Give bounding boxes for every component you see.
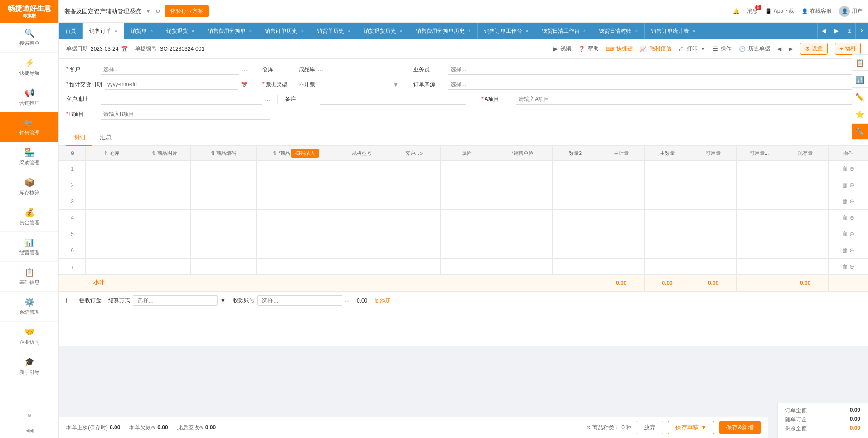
cell-spec[interactable]: [335, 177, 388, 193]
float-edit-btn[interactable]: ✏️: [852, 89, 868, 105]
address-expand[interactable]: ···: [265, 96, 270, 103]
copy-icon[interactable]: ⊕: [849, 214, 854, 221]
sidebar-item-sales[interactable]: 🛒 销售管理: [0, 112, 58, 142]
cell-main-unit[interactable]: [598, 161, 645, 177]
notes-input[interactable]: [320, 94, 466, 105]
tab-close[interactable]: ×: [468, 29, 471, 34]
tab-daily-workbench[interactable]: 钱货日清工作台 ×: [535, 23, 593, 39]
tab-close[interactable]: ×: [583, 29, 586, 34]
cell-available[interactable]: [690, 177, 737, 193]
copy-icon[interactable]: ⊕: [849, 263, 854, 270]
tab-close[interactable]: ×: [400, 29, 402, 34]
expected-date-input[interactable]: [105, 79, 238, 90]
col-settings[interactable]: ⚙: [59, 146, 86, 161]
delete-icon[interactable]: 🗑: [842, 198, 848, 205]
cell-warehouse[interactable]: [86, 177, 138, 193]
copy-icon[interactable]: ⊕: [849, 231, 854, 237]
cell-sales-unit[interactable]: [493, 161, 553, 177]
sidebar-item-purchase[interactable]: 🏪 采购管理: [0, 142, 58, 172]
sidebar-collapse[interactable]: ◀◀: [0, 423, 58, 438]
cell-image[interactable]: [138, 161, 191, 177]
cell-code[interactable]: [191, 177, 257, 193]
online-service-btn[interactable]: 👤 在线客服: [801, 7, 832, 15]
sidebar-item-quick-nav[interactable]: ⚡ 快捷导航: [0, 53, 58, 82]
cell-spec[interactable]: [335, 161, 388, 177]
cell-attribute[interactable]: [441, 161, 493, 177]
copy-icon[interactable]: ⊕: [849, 165, 854, 172]
calendar-icon[interactable]: 📅: [121, 46, 128, 52]
tab-close[interactable]: ×: [301, 29, 304, 34]
tab-summary[interactable]: 汇总: [92, 130, 119, 146]
tab-workbench[interactable]: 销售订单工作台 ×: [478, 23, 535, 39]
tab-sales-order-history[interactable]: 销售订单历史 ×: [258, 23, 310, 39]
staff-input[interactable]: [448, 64, 853, 75]
print-btn[interactable]: 🖨 打印 ▼: [679, 45, 706, 53]
float-clipboard-btn[interactable]: 📋: [852, 54, 868, 71]
user-area[interactable]: 👤 用户: [839, 6, 863, 17]
save-draft-btn[interactable]: 保存草稿 ▼: [668, 421, 714, 434]
cell-product[interactable]: [257, 177, 335, 193]
tab-close[interactable]: ×: [150, 29, 153, 34]
prev-record-btn[interactable]: ◀: [777, 46, 781, 52]
payment-dropdown[interactable]: ▼: [220, 298, 226, 304]
tab-close[interactable]: ×: [192, 29, 194, 34]
cell-available2[interactable]: [736, 161, 782, 177]
solution-btn[interactable]: 体验行业方案: [165, 5, 209, 17]
customer-expand[interactable]: ···: [242, 66, 247, 73]
sidebar-item-guide[interactable]: 🎓 新手引导: [0, 351, 58, 381]
sidebar-item-basic-info[interactable]: 📋 基础信息: [0, 262, 58, 292]
delete-icon[interactable]: 🗑: [842, 247, 848, 254]
cell-qty2[interactable]: [552, 161, 598, 177]
b-project-input[interactable]: [101, 109, 270, 120]
save-draft-dropdown[interactable]: ▼: [701, 424, 707, 431]
add-btn[interactable]: ⊕ 添加: [374, 297, 391, 304]
history-btn[interactable]: 🕒 历史单据: [739, 45, 770, 53]
tab-close[interactable]: ×: [249, 29, 252, 34]
sidebar-item-search[interactable]: 🔍 搜索菜单: [0, 23, 58, 53]
copy-icon[interactable]: ⊕: [849, 247, 854, 254]
float-star-btn[interactable]: ⭐: [852, 106, 868, 122]
tab-sales-invoice[interactable]: 销货单 ×: [124, 23, 160, 39]
print-dropdown[interactable]: ▼: [700, 46, 706, 52]
float-tool-btn[interactable]: 🔧: [852, 123, 868, 140]
payment-method-input[interactable]: [133, 295, 218, 306]
delete-icon[interactable]: 🗑: [842, 182, 848, 188]
table-scroll-area[interactable]: ⚙ ⇅ 仓库 ⇅ 商品图片 ⇅ 商品编码 ⇅ *商品 扫码录入: [59, 146, 868, 291]
cell-stock[interactable]: [782, 177, 829, 193]
tab-stats[interactable]: 销售订单统计表 ×: [645, 23, 702, 39]
nav-next[interactable]: ▶: [830, 23, 843, 39]
cell-product[interactable]: [257, 161, 335, 177]
copy-icon[interactable]: ⊕: [849, 198, 854, 205]
profit-forecast-btn[interactable]: 📈 毛利预估: [640, 45, 671, 53]
cell-customer-code[interactable]: [388, 161, 441, 177]
tab-sales-expense[interactable]: 销售费用分摊单 ×: [201, 23, 259, 39]
tab-close[interactable]: ×: [526, 29, 529, 34]
sidebar-item-finance[interactable]: 💰 资金管理: [0, 202, 58, 232]
sidebar-item-system[interactable]: ⚙️ 系统管理: [0, 292, 58, 322]
address-input[interactable]: [101, 94, 262, 105]
cell-customer-code[interactable]: [388, 177, 441, 193]
next-record-btn[interactable]: ▶: [789, 46, 793, 52]
add-item-btn[interactable]: + 物料: [835, 43, 861, 55]
cell-stock[interactable]: [782, 161, 829, 177]
cell-main-unit[interactable]: [598, 177, 645, 193]
tab-close[interactable]: ×: [635, 29, 638, 34]
tab-return-history[interactable]: 销货退货历史 ×: [357, 23, 409, 39]
tab-invoice-history[interactable]: 销货单历史 ×: [310, 23, 357, 39]
sidebar-item-marketing[interactable]: 📢 营销推广: [0, 82, 58, 112]
cell-available2[interactable]: [736, 177, 782, 193]
operations-btn[interactable]: ☰ 操作: [713, 45, 732, 53]
app-download-btn[interactable]: 📱 App下载: [765, 7, 794, 15]
notification-area[interactable]: 🔔 9 消息: [733, 7, 758, 15]
nav-prev[interactable]: ◀: [817, 23, 830, 39]
abandon-btn[interactable]: 放弃: [636, 421, 663, 434]
cell-main-qty[interactable]: [644, 177, 690, 193]
shortcuts-btn[interactable]: ⌨ 快捷键: [606, 45, 633, 53]
delete-icon[interactable]: 🗑: [842, 214, 848, 221]
receipt-input[interactable]: [257, 295, 342, 306]
delete-icon[interactable]: 🗑: [842, 263, 848, 270]
view-btn[interactable]: ▶ 视频: [553, 45, 571, 53]
delete-icon[interactable]: 🗑: [842, 231, 848, 237]
a-project-input[interactable]: [516, 94, 861, 105]
help-btn[interactable]: ❓ 帮助: [578, 45, 599, 53]
